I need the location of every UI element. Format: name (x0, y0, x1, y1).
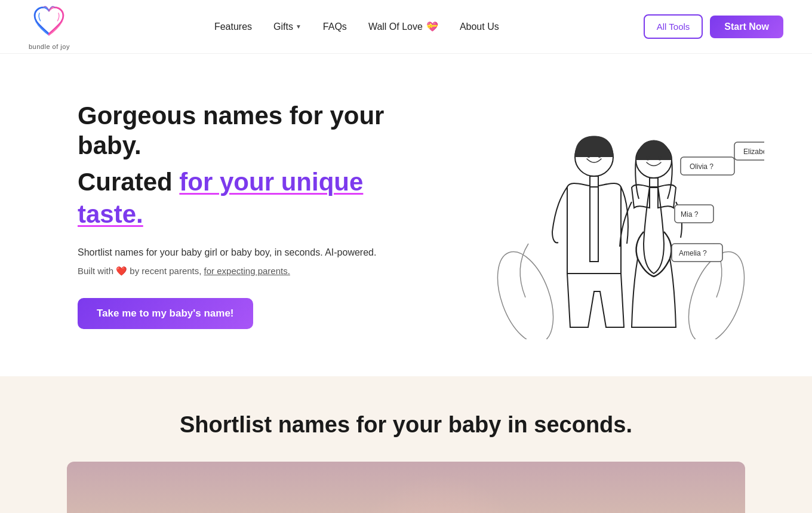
hero-curated-prefix: Curated (78, 168, 179, 196)
couple-illustration: Olivia ? Elizabeth ? Emily ? Camila ? Ch… (478, 88, 764, 339)
start-now-button[interactable]: Start Now (710, 16, 783, 38)
svg-point-4 (598, 153, 601, 158)
shortlist-section: Shortlist names for your baby in seconds… (0, 376, 812, 513)
svg-text:Elizabeth ?: Elizabeth ? (743, 148, 764, 156)
svg-point-7 (646, 156, 650, 161)
nav-link-wall-of-love: Wall Of Love (368, 21, 423, 32)
svg-text:Olivia ?: Olivia ? (690, 162, 713, 171)
hero-subtitle: Shortlist names for your baby girl or ba… (78, 245, 412, 260)
svg-point-0 (487, 244, 564, 339)
cta-button[interactable]: Take me to my baby's name! (78, 298, 253, 329)
svg-rect-9 (650, 178, 658, 188)
hero-illustration: Olivia ? Elizabeth ? Emily ? Camila ? Ch… (478, 88, 764, 342)
nav-item-wall-of-love[interactable]: Wall Of Love 💝 (368, 21, 438, 32)
hero-content: Gorgeous names for your baby. Curated fo… (78, 101, 412, 329)
nav-link-faqs[interactable]: FAQs (323, 21, 347, 32)
shortlist-title: Shortlist names for your baby in seconds… (0, 412, 812, 438)
logo[interactable]: bundle of joy (29, 4, 70, 50)
all-tools-button[interactable]: All Tools (644, 14, 703, 39)
svg-rect-5 (590, 176, 598, 187)
svg-text:Amelia ?: Amelia ? (679, 249, 707, 257)
heart-emoji-icon: 💝 (426, 21, 438, 32)
couple-photo (67, 462, 745, 513)
chevron-down-icon: ▼ (296, 23, 302, 30)
built-by-prefix: Built with ❤️ by recent parents, (78, 266, 204, 276)
svg-point-3 (587, 153, 590, 158)
hero-section: Gorgeous names for your baby. Curated fo… (0, 54, 812, 376)
hero-title-line2: Curated for your unique taste. (78, 166, 412, 231)
svg-point-8 (658, 156, 662, 161)
brand-name: bundle of joy (29, 43, 70, 50)
hero-title-line1: Gorgeous names for your baby. (78, 101, 412, 161)
hero-built-by: Built with ❤️ by recent parents, for exp… (78, 266, 412, 277)
logo-icon (30, 4, 68, 42)
nav-actions: All Tools Start Now (644, 14, 783, 39)
navbar: bundle of joy Features Gifts ▼ FAQs Wall… (0, 0, 812, 54)
nav-links: Features Gifts ▼ FAQs Wall Of Love 💝 Abo… (214, 21, 499, 32)
photo-inner (67, 462, 745, 513)
nav-item-about-us[interactable]: About Us (460, 21, 499, 32)
nav-link-about-us[interactable]: About Us (460, 21, 499, 32)
nav-item-features[interactable]: Features (214, 21, 252, 32)
nav-link-gifts: Gifts (273, 21, 293, 32)
nav-item-faqs[interactable]: FAQs (323, 21, 347, 32)
nav-item-gifts[interactable]: Gifts ▼ (273, 21, 302, 32)
built-by-link[interactable]: for expecting parents. (204, 266, 290, 276)
svg-text:Mia ?: Mia ? (681, 210, 699, 219)
nav-link-features[interactable]: Features (214, 21, 252, 32)
